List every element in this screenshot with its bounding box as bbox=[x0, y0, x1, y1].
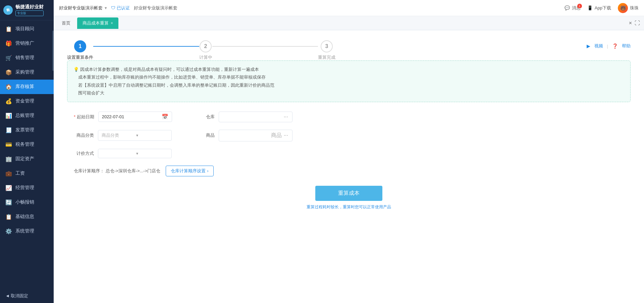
message-button[interactable]: 💬 消息 1 bbox=[565, 5, 581, 11]
warehouse-selector[interactable]: ··· bbox=[219, 112, 292, 122]
recalc-button[interactable]: 重算成本 bbox=[315, 186, 382, 201]
start-date-input[interactable] bbox=[102, 114, 159, 119]
product-selector[interactable]: 商品 ··· bbox=[219, 130, 292, 141]
warehouse-label: 仓库 bbox=[195, 114, 215, 120]
warehouse-order-settings-button[interactable]: 仓库计算顺序设置 › bbox=[166, 166, 213, 176]
category-selector[interactable]: 商品分类 ▾ bbox=[98, 130, 172, 141]
window-close-button[interactable]: × bbox=[629, 20, 632, 26]
content-area: 1 设置重算条件 2 计算中 3 重算完成 ▶ 视频 | bbox=[54, 30, 644, 303]
building-icon: 🏢 bbox=[5, 156, 12, 162]
sidebar-header: 畅 畅捷通好业财 专业版 bbox=[0, 0, 54, 20]
box-icon: 📦 bbox=[5, 69, 12, 76]
sidebar-item-project[interactable]: 📋 项目顾问 bbox=[0, 22, 54, 36]
phone-icon: 📱 bbox=[587, 5, 593, 10]
receipt-icon: 🧾 bbox=[5, 127, 12, 133]
user-avatar[interactable]: 🐻 珠珠 bbox=[618, 3, 639, 13]
form-row-1: 起始日期 📅 仓库 ··· bbox=[74, 112, 624, 122]
sidebar-item-label: 营销推广 bbox=[15, 40, 34, 46]
sidebar-item-system[interactable]: ⚙️ 系统管理 bbox=[0, 224, 54, 239]
arrow-right-icon: › bbox=[207, 168, 208, 173]
topbar-right: 💬 消息 1 📱 App下载 🐻 珠珠 bbox=[565, 3, 639, 13]
account-selector[interactable]: 好业财专业版演示帐套 ▾ bbox=[59, 5, 107, 11]
sidebar-item-invoice[interactable]: 🧾 发票管理 bbox=[0, 123, 54, 137]
unpin-button[interactable]: ◄ 取消固定 bbox=[0, 289, 54, 303]
product-group: 商品 商品 ··· bbox=[195, 130, 295, 141]
sidebar-item-label: 销售管理 bbox=[15, 55, 34, 61]
recalc-hint: 重算过程耗时较长，重算时您可以正常使用产品 bbox=[307, 204, 391, 210]
sidebar-item-basic[interactable]: 📋 基础信息 bbox=[0, 210, 54, 224]
sidebar-item-marketing[interactable]: 🎁 营销推广 bbox=[0, 36, 54, 51]
app-info: 畅捷通好业财 专业版 bbox=[15, 4, 44, 16]
tab-recalc-label: 商品成本重算 bbox=[83, 20, 109, 26]
notice-line-1: 因成本计算参数调整，或是对商品成本有疑问时，可以通过成本重算功能，重新计算一遍成… bbox=[80, 67, 259, 72]
sidebar-item-label: 税务管理 bbox=[15, 141, 34, 147]
sidebar-item-label: 工资 bbox=[15, 170, 25, 176]
category-group: 商品分类 商品分类 ▾ bbox=[74, 130, 174, 141]
unpin-label: ◄ 取消固定 bbox=[5, 293, 28, 299]
sidebar-item-label: 库存核算 bbox=[15, 84, 34, 90]
app-download-label: App下载 bbox=[595, 5, 611, 11]
tabbar-right: × ⛶ bbox=[629, 20, 644, 26]
sidebar-item-label: 项目顾问 bbox=[15, 26, 34, 32]
app-download-button[interactable]: 📱 App下载 bbox=[587, 5, 611, 11]
warehouse-order-btn-label: 仓库计算顺序设置 bbox=[171, 168, 206, 174]
sidebar-item-purchase[interactable]: 📦 采购管理 bbox=[0, 65, 54, 80]
sidebar-item-label: 发票管理 bbox=[15, 127, 34, 133]
notice-line-3: 若【系统设置】中启用了自动调整记账日期时，会调整入库单的整单记账日期，因此重新计… bbox=[78, 83, 274, 88]
sidebar-item-expense[interactable]: 🔄 小畅报销 bbox=[0, 195, 54, 210]
dots-icon: ··· bbox=[284, 114, 288, 120]
verified-icon: 🛡 bbox=[111, 5, 115, 10]
video-label[interactable]: 视频 bbox=[594, 43, 603, 49]
sidebar-item-label: 采购管理 bbox=[15, 69, 34, 75]
pricing-label: 计价方式 bbox=[74, 150, 94, 157]
question-icon: ❓ bbox=[612, 43, 618, 49]
sidebar-item-sales[interactable]: 🛒 销售管理 bbox=[0, 51, 54, 65]
tab-recalc[interactable]: 商品成本重算 × bbox=[77, 17, 118, 29]
refresh-icon: 🔄 bbox=[5, 199, 12, 206]
briefcase-icon: 💼 bbox=[5, 170, 12, 177]
chevron-down-icon: ▾ bbox=[105, 5, 107, 10]
sidebar-item-assets[interactable]: 🏢 固定资产 bbox=[0, 152, 54, 166]
dots-icon: ··· bbox=[284, 132, 288, 138]
sidebar-item-accounting[interactable]: 📊 总账管理 bbox=[0, 109, 54, 123]
sidebar-item-finance[interactable]: 💰 资金管理 bbox=[0, 94, 54, 109]
start-date-input-wrapper[interactable]: 📅 bbox=[98, 112, 172, 122]
sidebar-item-label: 系统管理 bbox=[15, 228, 34, 234]
calendar-icon[interactable]: 📅 bbox=[162, 114, 168, 120]
sidebar-item-tax[interactable]: 💳 税务管理 bbox=[0, 137, 54, 152]
window-expand-button[interactable]: ⛶ bbox=[635, 20, 640, 26]
edition-badge: 专业版 bbox=[15, 10, 44, 16]
cart-icon: 🛒 bbox=[5, 55, 12, 61]
chevron-down-icon: ▾ bbox=[136, 133, 168, 138]
app-name: 畅捷通好业财 bbox=[15, 4, 44, 10]
verified-text: 已认证 bbox=[117, 5, 130, 11]
verified-badge: 🛡 已认证 bbox=[111, 5, 130, 11]
recalc-section: 重算成本 重算过程耗时较长，重算时您可以正常使用产品 bbox=[67, 186, 631, 210]
step-1-label: 设置重算条件 bbox=[67, 54, 93, 60]
step-3: 3 重算完成 bbox=[318, 40, 335, 60]
sidebar-item-label: 基础信息 bbox=[15, 214, 34, 220]
money-icon: 💰 bbox=[5, 98, 12, 104]
notice-line-4: 围可能会扩大 bbox=[78, 90, 104, 95]
help-label[interactable]: 帮助 bbox=[622, 43, 631, 49]
sidebar-item-label: 固定资产 bbox=[15, 156, 34, 162]
sidebar: 畅 畅捷通好业财 专业版 📋 项目顾问 🎁 营销推广 🛒 销售管理 📦 采购管理… bbox=[0, 0, 54, 303]
product-label: 商品 bbox=[195, 132, 215, 138]
list-icon: 📋 bbox=[5, 214, 12, 220]
stepper-help: ▶ 视频 | ❓ 帮助 bbox=[587, 40, 631, 49]
product-placeholder: 商品 bbox=[223, 132, 282, 139]
tab-home[interactable]: 首页 bbox=[56, 17, 76, 29]
step-3-label: 重算完成 bbox=[318, 54, 335, 60]
step-line-1-2 bbox=[93, 46, 199, 47]
sidebar-item-salary[interactable]: 💼 工资 bbox=[0, 166, 54, 181]
pricing-selector[interactable]: ▾ bbox=[98, 149, 172, 158]
tab-close-icon[interactable]: × bbox=[111, 21, 113, 26]
step-line-2-3 bbox=[212, 46, 318, 47]
chart-icon: 📊 bbox=[5, 113, 12, 119]
step-1-circle: 1 bbox=[74, 40, 86, 52]
project-icon: 📋 bbox=[5, 26, 12, 32]
sidebar-item-operations[interactable]: 📈 经营管理 bbox=[0, 181, 54, 195]
sidebar-item-inventory[interactable]: 🏠 库存核算 bbox=[0, 80, 54, 94]
card-icon: 💳 bbox=[5, 141, 12, 148]
start-date-label: 起始日期 bbox=[74, 114, 94, 120]
